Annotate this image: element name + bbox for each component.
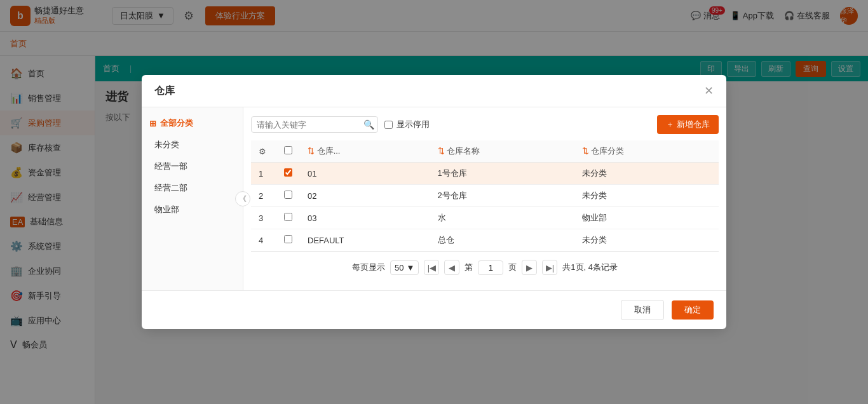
per-page-dropdown-icon: ▼ xyxy=(406,263,414,273)
row-name: 2号仓库 xyxy=(430,185,574,207)
modal-overlay[interactable]: 仓库 ✕ ⊞ 全部分类 未分类 经营一部 经营二部 xyxy=(0,0,868,404)
col-name[interactable]: ⇅ 仓库名称 xyxy=(430,140,574,163)
row-select-checkbox[interactable] xyxy=(284,168,292,177)
modal-footer: 取消 确定 xyxy=(142,290,726,329)
grid-icon: ⊞ xyxy=(149,119,156,128)
page-unit: 页 xyxy=(508,262,517,273)
cancel-button[interactable]: 取消 xyxy=(621,300,664,320)
last-page-btn[interactable]: ▶| xyxy=(542,260,557,275)
row-select-checkbox[interactable] xyxy=(284,191,292,199)
first-page-btn[interactable]: |◀ xyxy=(424,260,439,275)
category-item-property[interactable]: 物业部 xyxy=(142,199,243,220)
modal-body: ⊞ 全部分类 未分类 经营一部 经营二部 物业部 《 xyxy=(142,107,726,290)
search-icon: 🔍 xyxy=(363,119,374,130)
row-name: 水 xyxy=(430,207,574,229)
row-name: 1号仓库 xyxy=(430,163,574,185)
row-category: 未分类 xyxy=(574,229,719,252)
table-row[interactable]: 1 01 1号仓库 未分类 xyxy=(251,163,719,185)
row-code: DEFAULT xyxy=(300,229,430,252)
table-scroll: ⚙ ⇅ 仓库... ⇅ 仓库名称 xyxy=(251,140,719,252)
all-categories-label: 全部分类 xyxy=(160,118,193,129)
show-disabled-wrap: 显示停用 xyxy=(384,119,430,130)
page-number-input[interactable] xyxy=(478,260,503,275)
row-num: 2 xyxy=(251,185,276,207)
show-disabled-checkbox[interactable] xyxy=(384,121,393,129)
row-checkbox[interactable] xyxy=(276,207,300,229)
table-area: 🔍 显示停用 ＋ 新增仓库 ⚙ xyxy=(243,107,726,290)
prev-page-btn[interactable]: ◀ xyxy=(444,260,459,275)
col-settings: ⚙ xyxy=(251,140,276,163)
row-select-checkbox[interactable] xyxy=(284,213,292,221)
row-code: 02 xyxy=(300,185,430,207)
page-label: 第 xyxy=(465,262,473,273)
sort-icon-name: ⇅ xyxy=(438,146,445,156)
cat-label-op1: 经营一部 xyxy=(154,161,187,171)
category-sidebar: ⊞ 全部分类 未分类 经营一部 经营二部 物业部 《 xyxy=(142,107,243,290)
modal-title: 仓库 xyxy=(154,84,175,98)
search-input[interactable] xyxy=(257,120,363,130)
row-code: 03 xyxy=(300,207,430,229)
table-toolbar: 🔍 显示停用 ＋ 新增仓库 xyxy=(251,115,719,134)
warehouse-table: ⚙ ⇅ 仓库... ⇅ 仓库名称 xyxy=(251,140,719,252)
add-warehouse-button[interactable]: ＋ 新增仓库 xyxy=(657,115,719,134)
per-page-select[interactable]: 50 ▼ xyxy=(390,260,419,275)
select-all-checkbox[interactable] xyxy=(284,146,292,154)
row-num: 1 xyxy=(251,163,276,185)
row-category: 未分类 xyxy=(574,185,719,207)
row-checkbox[interactable] xyxy=(276,163,300,185)
row-code: 01 xyxy=(300,163,430,185)
category-item-op2[interactable]: 经营二部 xyxy=(142,177,243,199)
show-disabled-label: 显示停用 xyxy=(397,119,430,130)
sort-icon: ⇅ xyxy=(308,146,315,156)
table-row[interactable]: 3 03 水 物业部 xyxy=(251,207,719,229)
row-num: 4 xyxy=(251,229,276,252)
category-collapse-button[interactable]: 《 xyxy=(235,191,250,206)
all-categories-item[interactable]: ⊞ 全部分类 xyxy=(142,112,243,134)
modal-header: 仓库 ✕ xyxy=(142,75,726,107)
warehouse-modal: 仓库 ✕ ⊞ 全部分类 未分类 经营一部 经营二部 xyxy=(142,75,726,329)
col-code[interactable]: ⇅ 仓库... xyxy=(300,140,430,163)
row-num: 3 xyxy=(251,207,276,229)
row-name: 总仓 xyxy=(430,229,574,252)
table-row[interactable]: 2 02 2号仓库 未分类 xyxy=(251,185,719,207)
sort-icon-cat: ⇅ xyxy=(582,146,589,156)
row-checkbox[interactable] xyxy=(276,229,300,252)
cat-label-uncat: 未分类 xyxy=(154,140,179,149)
col-category[interactable]: ⇅ 仓库分类 xyxy=(574,140,719,163)
col-check xyxy=(276,140,300,163)
row-select-checkbox[interactable] xyxy=(284,235,292,243)
total-info: 共1页, 4条记录 xyxy=(562,262,618,273)
row-checkbox[interactable] xyxy=(276,185,300,207)
search-input-wrap[interactable]: 🔍 xyxy=(251,116,378,133)
row-category: 未分类 xyxy=(574,163,719,185)
row-category: 物业部 xyxy=(574,207,719,229)
next-page-btn[interactable]: ▶ xyxy=(522,260,537,275)
category-item-op1[interactable]: 经营一部 xyxy=(142,156,243,177)
cat-label-op2: 经营二部 xyxy=(154,183,187,192)
category-item-uncat[interactable]: 未分类 xyxy=(142,134,243,156)
modal-close-button[interactable]: ✕ xyxy=(704,84,714,98)
pagination: 每页显示 50 ▼ |◀ ◀ 第 页 ▶ ▶| 共1页, 4条记录 xyxy=(251,252,719,283)
per-page-label: 每页显示 xyxy=(352,262,385,273)
table-row[interactable]: 4 DEFAULT 总仓 未分类 xyxy=(251,229,719,252)
confirm-button[interactable]: 确定 xyxy=(672,300,714,320)
cat-label-property: 物业部 xyxy=(154,205,179,214)
